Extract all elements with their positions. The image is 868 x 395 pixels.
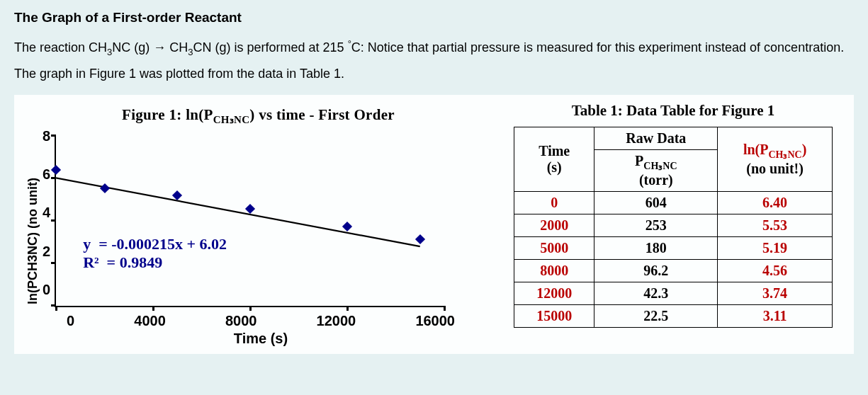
trendline xyxy=(56,136,444,306)
table-row: 06046.40 xyxy=(514,191,833,214)
table-row: 1500022.53.11 xyxy=(514,304,833,327)
intro-text: The reaction CH3NC (g) → CH3CN (g) is pe… xyxy=(14,33,854,85)
col-raw-header-p: PCH₃NC (torr) xyxy=(594,149,718,191)
x-tick-labels: 0400080001200016000 xyxy=(67,313,455,329)
col-ln-header: ln(PCH₃NC) (no unit!) xyxy=(718,127,833,191)
table-row: 1200042.33.74 xyxy=(514,282,833,304)
table-row: 20002535.53 xyxy=(514,214,833,236)
x-axis-label: Time (s) xyxy=(67,331,455,347)
col-time-header: Time (s) xyxy=(514,127,594,191)
y-tick-labels: 86420 xyxy=(43,128,50,298)
table-1: Table 1: Data Table for Figure 1 Time (s… xyxy=(514,102,833,347)
figure-1: Figure 1: ln(PCH₃NC) vs time - First Ord… xyxy=(23,102,494,347)
y-axis-label: ln(PCH3NC) (no unit) xyxy=(23,136,43,347)
table-row: 50001805.19 xyxy=(514,236,833,259)
plot-area: y = -0.000215x + 6.02 R² = 0.9849 xyxy=(55,136,444,307)
figure-and-table: Figure 1: ln(PCH₃NC) vs time - First Ord… xyxy=(14,95,854,354)
table-row: 800096.24.56 xyxy=(514,259,833,282)
col-raw-header-top: Raw Data xyxy=(594,127,718,149)
page-title: The Graph of a First-order Reactant xyxy=(14,10,854,25)
figure-title: Figure 1: ln(PCH₃NC) vs time - First Ord… xyxy=(23,102,494,136)
table-title: Table 1: Data Table for Figure 1 xyxy=(514,102,833,120)
regression-equation: y = -0.000215x + 6.02 R² = 0.9849 xyxy=(83,235,227,272)
data-table: Time (s) Raw Data ln(PCH₃NC) (no unit!) … xyxy=(514,127,833,328)
